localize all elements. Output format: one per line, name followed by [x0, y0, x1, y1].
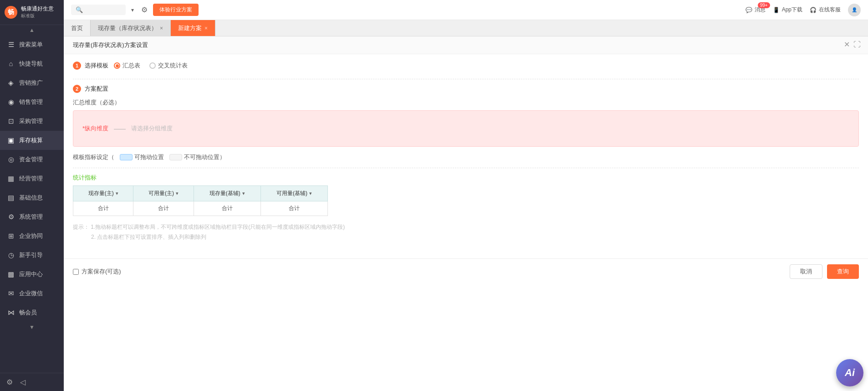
step1-section: 1 选择模板 汇总表 交叉统计表 [73, 62, 859, 70]
tab-new-plan-label: 新建方案 [178, 24, 202, 32]
sidebar-item-label: 采购管理 [19, 117, 43, 125]
sidebar-item-newbie[interactable]: ◷ 新手引导 [0, 246, 64, 265]
sidebar-item-basic-info[interactable]: ▤ 基础信息 [0, 188, 64, 207]
sidebar-item-search-menu[interactable]: ☰ 搜索菜单 [0, 35, 64, 54]
tab-home[interactable]: 首页 [64, 20, 91, 36]
sidebar-item-operations[interactable]: ▦ 经营管理 [0, 169, 64, 188]
save-checkbox-input[interactable] [73, 269, 79, 275]
sidebar-item-marketing[interactable]: ◈ 营销推广 [0, 73, 64, 93]
template-settings-label: 模板指标设定（ [73, 153, 114, 161]
message-group[interactable]: 💬 消息 99+ [745, 6, 766, 14]
non-draggable-indicator: 不可拖动位置） [169, 153, 225, 161]
speaker-icon[interactable]: ◁ [20, 378, 26, 386]
th-available-main[interactable]: 可用量(主) ▾ [133, 186, 194, 201]
stat-label: 统计指标 [73, 174, 859, 182]
message-icon: 💬 [745, 7, 752, 13]
tip-2-text: 2. 点击标题栏下拉可设置排序、插入列和删除列 [91, 234, 206, 240]
sidebar-item-inventory[interactable]: ▣ 库存核算 [0, 131, 64, 150]
tab-new-plan-close[interactable]: × [204, 25, 208, 31]
marketing-icon: ◈ [6, 78, 15, 87]
sidebar-scroll-down[interactable]: ▼ [0, 322, 64, 332]
step2-section: 2 方案配置 汇总维度（必选） *纵向维度 —— 请选择分组维度 模板指标设定（ [73, 85, 859, 242]
tab-new-plan[interactable]: 新建方案 × [171, 20, 215, 36]
th-available-aux[interactable]: 可用量(基辅) ▾ [260, 186, 327, 201]
sidebar-item-label: 系统管理 [19, 213, 43, 221]
sidebar-item-finance[interactable]: ◎ 资金管理 [0, 150, 64, 169]
chevron-current-aux-icon[interactable]: ▾ [242, 190, 245, 196]
th-current-main[interactable]: 现存量(主) ▾ [73, 186, 133, 201]
tab-inventory-label: 现存量（库存状况表） [98, 24, 157, 32]
step2-badge: 2 [73, 85, 81, 93]
ai-bubble[interactable]: Ai [836, 359, 863, 386]
logo-icon: 畅 [5, 6, 17, 19]
avatar[interactable]: 👤 [848, 4, 861, 16]
save-checkbox[interactable]: 方案保存(可选) [73, 268, 121, 276]
th-available-main-label: 可用量(主) [148, 190, 174, 197]
cell-0-1: 合计 [133, 201, 194, 216]
sidebar-item-member[interactable]: ⋈ 畅会员 [0, 303, 64, 322]
close-panel-button[interactable]: ✕ [844, 40, 850, 49]
inventory-icon: ▣ [6, 136, 15, 145]
tip-2: 2. 点击标题栏下拉可设置排序、插入列和删除列 [73, 232, 859, 242]
topbar-settings-icon[interactable]: ⚙ [141, 5, 148, 14]
headset-icon: 🎧 [810, 7, 817, 13]
cancel-button[interactable]: 取消 [790, 264, 822, 279]
sidebar-item-label: 企业协同 [19, 232, 43, 240]
app-download-group[interactable]: 📱 App下载 [773, 6, 802, 14]
draggable-label: 可拖动位置 [134, 153, 164, 161]
th-current-aux[interactable]: 现存量(基辅) ▾ [194, 186, 260, 201]
dimension-required: *纵向维度 [82, 124, 108, 133]
sidebar-item-label: 搜索菜单 [19, 41, 43, 49]
experience-btn[interactable]: 体验行业方案 [153, 4, 199, 16]
sidebar-item-label: 资金管理 [19, 155, 43, 164]
th-current-main-label: 现存量(主) [88, 190, 114, 197]
sidebar-item-purchase[interactable]: ⊡ 采购管理 [0, 112, 64, 131]
settings-icon[interactable]: ⚙ [6, 378, 13, 386]
newbie-icon: ◷ [6, 251, 15, 260]
sidebar-scroll-up[interactable]: ▲ [0, 25, 64, 35]
sidebar-item-label: 企业微信 [19, 289, 43, 298]
draggable-box [120, 154, 133, 160]
expand-panel-button[interactable]: ⛶ [853, 40, 861, 49]
radio-summary-dot [116, 64, 119, 67]
radio-summary[interactable]: 汇总表 [114, 62, 140, 70]
sidebar-item-sales[interactable]: ◉ 销售管理 [0, 93, 64, 112]
sidebar-item-app-center[interactable]: ▩ 应用中心 [0, 265, 64, 284]
chevron-available-aux-icon[interactable]: ▾ [309, 190, 312, 196]
tabs-bar: 首页 现存量（库存状况表） × 新建方案 × [64, 20, 868, 36]
sidebar-item-system[interactable]: ⚙ 系统管理 [0, 207, 64, 226]
search-input[interactable] [86, 7, 122, 13]
topbar-dropdown[interactable]: ▾ [131, 7, 134, 13]
panel-controls: ✕ ⛶ [844, 40, 861, 49]
finance-icon: ◎ [6, 155, 15, 164]
dimension-box[interactable]: *纵向维度 —— 请选择分组维度 [73, 110, 859, 147]
sidebar-item-quick-nav[interactable]: ⌂ 快捷导航 [0, 54, 64, 73]
chevron-down-icon: ▾ [131, 7, 134, 13]
system-icon: ⚙ [6, 212, 15, 221]
non-draggable-box [169, 154, 182, 160]
step1-header: 1 选择模板 汇总表 交叉统计表 [73, 62, 859, 70]
main-panel: 现存量(库存状况表)方案设置 ✕ ⛶ 1 选择模板 [64, 36, 868, 391]
table-row: 合计 合计 合计 合计 [73, 201, 328, 216]
app-download-label: App下载 [782, 6, 802, 14]
sidebar-item-label: 畅会员 [19, 309, 37, 317]
member-icon: ⋈ [6, 308, 15, 317]
topbar: 🔍 ▾ ⚙ 体验行业方案 💬 消息 99+ 📱 App下载 🎧 在线客服 👤 [64, 0, 868, 20]
tab-inventory-status[interactable]: 现存量（库存状况表） × [91, 20, 171, 36]
sidebar-item-wechat[interactable]: ✉ 企业微信 [0, 284, 64, 303]
radio-cross[interactable]: 交叉统计表 [149, 62, 188, 70]
search-box[interactable]: 🔍 [71, 5, 126, 15]
sidebar-item-label: 基础信息 [19, 194, 43, 202]
ai-label: Ai [845, 367, 855, 379]
chevron-available-main-icon[interactable]: ▾ [176, 190, 179, 196]
query-button[interactable]: 查询 [827, 264, 859, 279]
sidebar-item-enterprise[interactable]: ⊞ 企业协同 [0, 226, 64, 246]
form-body: 1 选择模板 汇总表 交叉统计表 [64, 54, 868, 258]
non-draggable-label: 不可拖动位置） [184, 153, 225, 161]
save-label: 方案保存(可选) [82, 268, 121, 276]
cell-0-3: 合计 [260, 201, 327, 216]
tab-inventory-close[interactable]: × [160, 25, 163, 31]
divider-1 [73, 79, 859, 79]
online-service-group[interactable]: 🎧 在线客服 [810, 6, 841, 14]
chevron-current-main-icon[interactable]: ▾ [116, 190, 118, 196]
